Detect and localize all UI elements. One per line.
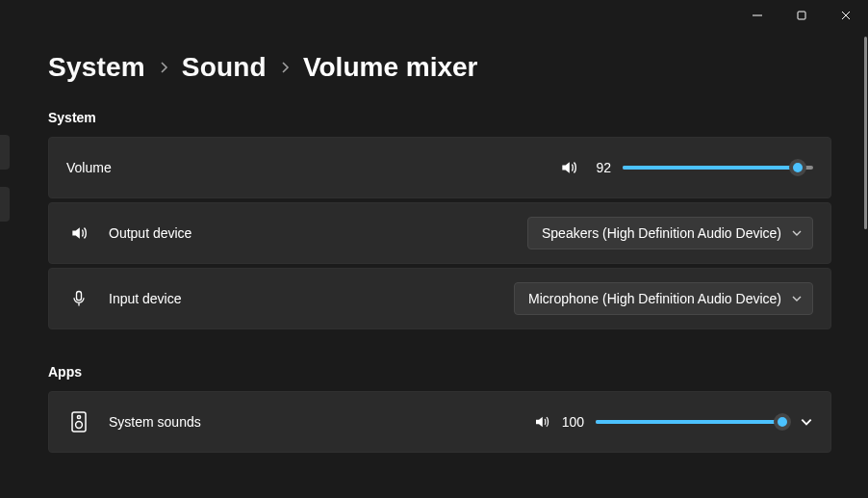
input-device-selected: Microphone (High Definition Audio Device… (528, 291, 781, 306)
output-device-select[interactable]: Speakers (High Definition Audio Device) (527, 217, 813, 249)
svg-point-3 (77, 415, 80, 418)
microphone-icon (66, 289, 91, 308)
input-device-card: Input device Microphone (High Definition… (48, 268, 831, 329)
output-device-label: Output device (109, 225, 191, 241)
speaker-icon (66, 223, 91, 243)
svg-point-4 (76, 422, 83, 429)
input-device-select[interactable]: Microphone (High Definition Audio Device… (514, 282, 813, 315)
content-pane: System Sound Volume mixer System Volume (0, 31, 868, 489)
chevron-right-icon (159, 61, 168, 74)
scrollbar-thumb[interactable] (864, 37, 867, 229)
system-sounds-label: System sounds (109, 414, 201, 430)
chevron-right-icon (280, 61, 290, 74)
chevron-down-icon (791, 293, 803, 304)
maximize-button[interactable] (779, 0, 824, 31)
nav-sliver-item[interactable] (0, 135, 10, 170)
chevron-down-icon (791, 227, 803, 239)
system-sounds-card: System sounds 100 (48, 391, 831, 453)
svg-rect-0 (798, 12, 805, 19)
system-sounds-slider[interactable] (596, 412, 786, 432)
nav-sliver-item[interactable] (0, 187, 10, 222)
output-device-selected: Speakers (High Definition Audio Device) (542, 225, 781, 241)
speaker-device-icon (66, 411, 91, 432)
nav-sliver (0, 135, 10, 239)
section-title-system: System (48, 110, 831, 125)
system-sounds-value: 100 (562, 414, 584, 430)
volume-slider[interactable] (623, 158, 813, 177)
close-button[interactable] (824, 0, 868, 31)
svg-rect-1 (77, 292, 82, 301)
breadcrumb: System Sound Volume mixer (48, 52, 831, 83)
breadcrumb-current: Volume mixer (303, 52, 478, 83)
input-device-label: Input device (109, 291, 182, 306)
volume-value: 92 (590, 160, 611, 175)
expand-button[interactable] (800, 415, 813, 429)
breadcrumb-sound-link[interactable]: Sound (182, 52, 267, 83)
speaker-icon[interactable] (533, 413, 550, 431)
scrollbar[interactable] (862, 31, 868, 474)
settings-window: System Sound Volume mixer System Volume (0, 0, 868, 498)
breadcrumb-system-link[interactable]: System (48, 52, 145, 83)
titlebar (0, 0, 868, 31)
volume-label: Volume (66, 160, 112, 175)
section-title-apps: Apps (48, 364, 831, 380)
cutoff-row (48, 476, 831, 489)
output-device-card: Output device Speakers (High Definition … (48, 202, 831, 264)
speaker-icon[interactable] (559, 158, 578, 177)
volume-card: Volume 92 (48, 137, 831, 198)
minimize-button[interactable] (735, 0, 779, 31)
